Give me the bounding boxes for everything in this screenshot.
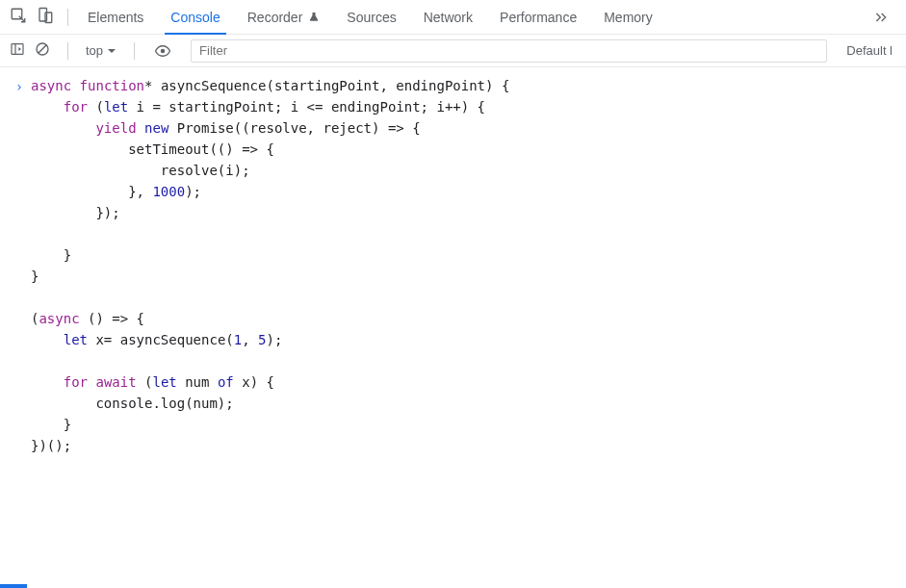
more-tabs-chevron-icon[interactable] xyxy=(862,10,900,25)
console-input-row[interactable]: › async function* asyncSequence(starting… xyxy=(0,75,906,456)
tab-label: Console xyxy=(170,10,220,25)
divider xyxy=(67,42,68,60)
prompt-caret-icon: › xyxy=(8,75,31,97)
devtools-tabs: Elements Console Recorder Sources Networ… xyxy=(74,0,666,34)
device-toggle-icon[interactable] xyxy=(37,7,54,27)
tab-performance[interactable]: Performance xyxy=(486,0,590,34)
console-sidebar-toggle-icon[interactable] xyxy=(10,41,25,60)
context-label: top xyxy=(86,43,103,58)
tab-console[interactable]: Console xyxy=(157,0,233,34)
tab-elements[interactable]: Elements xyxy=(74,0,157,34)
clear-console-icon[interactable] xyxy=(35,41,50,60)
beaker-icon xyxy=(308,12,320,23)
top-icons xyxy=(6,7,62,27)
bottom-progress-indicator xyxy=(0,584,27,588)
inspect-icon[interactable] xyxy=(10,7,27,27)
tab-label: Network xyxy=(424,10,473,25)
console-toolbar-icons xyxy=(6,41,56,60)
svg-rect-3 xyxy=(12,44,23,55)
svg-point-7 xyxy=(161,48,166,53)
filter-input[interactable] xyxy=(191,39,827,63)
svg-line-6 xyxy=(39,45,46,53)
tab-label: Memory xyxy=(604,10,653,25)
context-selector[interactable]: top xyxy=(80,43,122,58)
devtools-top-bar: Elements Console Recorder Sources Networ… xyxy=(0,0,906,35)
tab-recorder[interactable]: Recorder xyxy=(234,0,334,34)
tab-label: Performance xyxy=(500,10,577,25)
divider xyxy=(134,42,135,60)
tab-label: Elements xyxy=(88,10,143,25)
tab-label: Recorder xyxy=(247,10,303,25)
live-expression-icon[interactable] xyxy=(146,42,179,60)
console-toolbar: top Default l xyxy=(0,35,906,67)
tab-sources[interactable]: Sources xyxy=(333,0,409,34)
code-block: async function* asyncSequence(startingPo… xyxy=(31,75,509,456)
tab-label: Sources xyxy=(347,10,396,25)
dropdown-caret-icon xyxy=(107,46,116,56)
divider xyxy=(67,9,68,26)
log-levels-dropdown[interactable]: Default l xyxy=(839,43,900,58)
tab-memory[interactable]: Memory xyxy=(590,0,666,34)
console-output: › async function* asyncSequence(starting… xyxy=(0,67,906,456)
tab-network[interactable]: Network xyxy=(410,0,486,34)
